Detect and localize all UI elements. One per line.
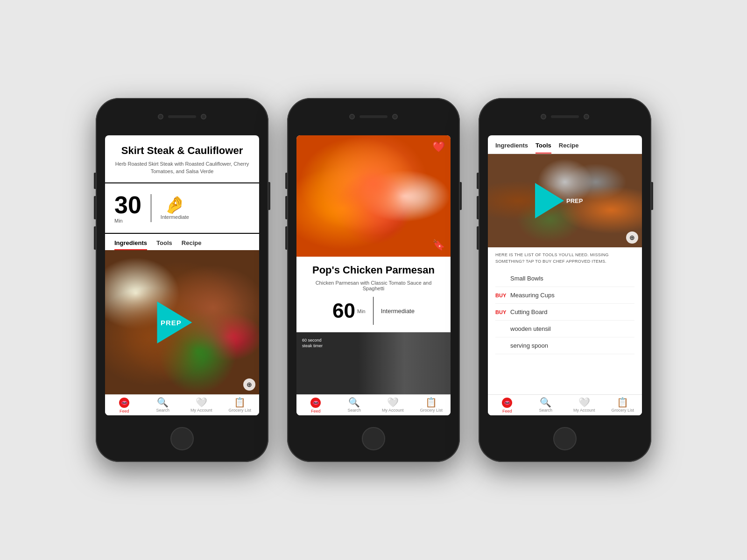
zoom-icon-3[interactable]: ⊕ bbox=[626, 231, 638, 244]
tabs-bar-3: Ingredients Tools Recipe bbox=[488, 135, 642, 154]
feed-icon: 👄 bbox=[119, 398, 129, 408]
video-person bbox=[358, 332, 451, 394]
phone-bottom-bar-1 bbox=[96, 415, 268, 462]
account-tab-3[interactable]: 🤍 My Account bbox=[565, 398, 604, 413]
feed-icon-2: 👄 bbox=[310, 398, 321, 408]
stat-divider-2 bbox=[373, 297, 374, 325]
recipe-subtitle: Herb Roasted Skirt Steak with Roasted Ca… bbox=[114, 161, 250, 175]
search-tab[interactable]: 🔍 Search bbox=[144, 398, 183, 413]
tool-item-2[interactable]: BUY Cutting Board bbox=[495, 304, 634, 321]
grocery-label-3: Grocery List bbox=[611, 408, 634, 413]
stats-area-2: 60 Min Intermediate bbox=[306, 297, 441, 327]
front-camera-2 bbox=[201, 114, 206, 119]
bookmark-icon[interactable]: 🔖 bbox=[432, 239, 445, 251]
hand-icon: 🤌 bbox=[164, 196, 185, 213]
title-area: Skirt Steak & Cauliflower Herb Roasted S… bbox=[105, 135, 259, 183]
account-icon-3: 🤍 bbox=[578, 398, 590, 407]
tab-recipe[interactable]: Recipe bbox=[182, 239, 202, 250]
time-stat-2: 60 bbox=[332, 301, 355, 321]
tool-item-1[interactable]: BUY Measuring Cups bbox=[495, 287, 634, 304]
difficulty-label: Intermediate bbox=[161, 214, 189, 220]
prep-triangle-icon-3: PREP bbox=[535, 183, 564, 218]
account-label: My Account bbox=[190, 408, 212, 413]
kitchen-background bbox=[488, 154, 642, 247]
tool-name-3: wooden utensil bbox=[510, 325, 551, 332]
recipe-title: Skirt Steak & Cauliflower bbox=[114, 145, 250, 157]
prep-label: PREP bbox=[161, 318, 182, 326]
search-label-3: Search bbox=[539, 408, 552, 413]
prep-button-3[interactable]: PREP bbox=[535, 183, 564, 218]
time-number: 30 bbox=[114, 193, 141, 217]
prep-button[interactable]: PREP bbox=[157, 301, 192, 343]
home-button-2[interactable] bbox=[362, 427, 385, 450]
front-camera-5 bbox=[541, 114, 546, 119]
grocery-tab[interactable]: 📋 Grocery List bbox=[221, 398, 260, 413]
search-label: Search bbox=[156, 408, 169, 413]
tool-name-4: serving spoon bbox=[510, 342, 548, 349]
phone-2-screen: ❤️ 🔖 Pop's Chicken Parmesan Chicken Parm… bbox=[296, 135, 451, 415]
feed-icon-3: 👄 bbox=[502, 398, 512, 408]
tab-tools[interactable]: Tools bbox=[156, 239, 172, 250]
tool-item-4[interactable]: serving spoon bbox=[495, 337, 634, 354]
feed-tab-2[interactable]: 👄 Feed bbox=[296, 398, 335, 413]
tab-bar-3: 👄 Feed 🔍 Search 🤍 My Account 📋 Grocery L… bbox=[488, 394, 642, 415]
home-button-3[interactable] bbox=[553, 427, 577, 450]
account-tab-2[interactable]: 🤍 My Account bbox=[374, 398, 412, 413]
power-button-3 bbox=[651, 182, 653, 210]
kitchen-image: PREP ⊕ bbox=[488, 154, 642, 247]
account-label-3: My Account bbox=[573, 408, 595, 413]
phone-2: ❤️ 🔖 Pop's Chicken Parmesan Chicken Parm… bbox=[287, 98, 460, 462]
time-label-2: Min bbox=[357, 308, 366, 314]
tool-name-1: Measuring Cups bbox=[510, 292, 555, 299]
tab-tools-3[interactable]: Tools bbox=[536, 142, 551, 154]
time-label: Min bbox=[114, 218, 141, 224]
grocery-icon-2: 📋 bbox=[425, 398, 437, 407]
screen1-content: Skirt Steak & Cauliflower Herb Roasted S… bbox=[105, 135, 259, 394]
time-stat: 30 Min bbox=[114, 193, 141, 224]
vol-up-button-2 bbox=[285, 173, 287, 189]
power-button-2 bbox=[460, 182, 462, 210]
search-tab-2[interactable]: 🔍 Search bbox=[335, 398, 374, 413]
stat-divider bbox=[151, 194, 151, 222]
grocery-tab-2[interactable]: 📋 Grocery List bbox=[412, 398, 451, 413]
prep-label-3: PREP bbox=[566, 197, 583, 204]
phone-top-bar-3 bbox=[479, 98, 651, 135]
stats-area: 30 Min 🤌 Intermediate bbox=[105, 183, 259, 234]
heart-icon[interactable]: ❤️ bbox=[432, 141, 445, 153]
front-camera bbox=[158, 114, 163, 119]
power-button bbox=[268, 182, 270, 210]
recipe-subtitle-2: Chicken Parmesan with Classic Tomato Sau… bbox=[306, 280, 441, 291]
tool-item-0[interactable]: Small Bowls bbox=[495, 270, 634, 287]
screen2-content: ❤️ 🔖 Pop's Chicken Parmesan Chicken Parm… bbox=[296, 135, 451, 394]
vol-down-button-3 bbox=[477, 196, 479, 219]
difficulty-area-2: Intermediate bbox=[381, 307, 415, 315]
speaker bbox=[168, 115, 196, 118]
video-section[interactable]: 60 second steak timer bbox=[296, 332, 451, 394]
vol-up-button bbox=[94, 173, 96, 189]
grocery-label-2: Grocery List bbox=[420, 408, 443, 413]
search-icon-3: 🔍 bbox=[540, 398, 551, 407]
search-icon: 🔍 bbox=[157, 398, 169, 407]
zoom-icon[interactable]: ⊕ bbox=[243, 378, 255, 391]
recipe-title-2: Pop's Chicken Parmesan bbox=[306, 264, 441, 276]
grocery-tab-3[interactable]: 📋 Grocery List bbox=[604, 398, 642, 413]
vol-down-button bbox=[94, 196, 96, 219]
tab-ingredients[interactable]: Ingredients bbox=[114, 239, 147, 250]
tab-bar-1: 👄 Feed 🔍 Search 🤍 My Account 📋 Grocery L… bbox=[105, 394, 259, 415]
tool-item-3[interactable]: wooden utensil bbox=[495, 321, 634, 337]
phone-1: Skirt Steak & Cauliflower Herb Roasted S… bbox=[96, 98, 268, 462]
account-tab[interactable]: 🤍 My Account bbox=[182, 398, 221, 413]
search-label-2: Search bbox=[347, 408, 361, 413]
tab-ingredients-3[interactable]: Ingredients bbox=[495, 142, 528, 154]
feed-tab-3[interactable]: 👄 Feed bbox=[488, 398, 527, 413]
search-tab-3[interactable]: 🔍 Search bbox=[527, 398, 565, 413]
phone-3: Ingredients Tools Recipe PREP ⊕ HERE IS … bbox=[479, 98, 651, 462]
home-button-1[interactable] bbox=[170, 427, 194, 450]
account-icon-2: 🤍 bbox=[387, 398, 399, 407]
phone-top-bar bbox=[96, 98, 268, 135]
feed-tab[interactable]: 👄 Feed bbox=[105, 398, 144, 413]
account-icon: 🤍 bbox=[196, 398, 207, 407]
tabs-bar: Ingredients Tools Recipe bbox=[105, 234, 259, 250]
tools-area: HERE IS THE LIST OF TOOLS YOU'LL NEED. M… bbox=[488, 247, 642, 394]
tab-recipe-3[interactable]: Recipe bbox=[559, 142, 579, 154]
